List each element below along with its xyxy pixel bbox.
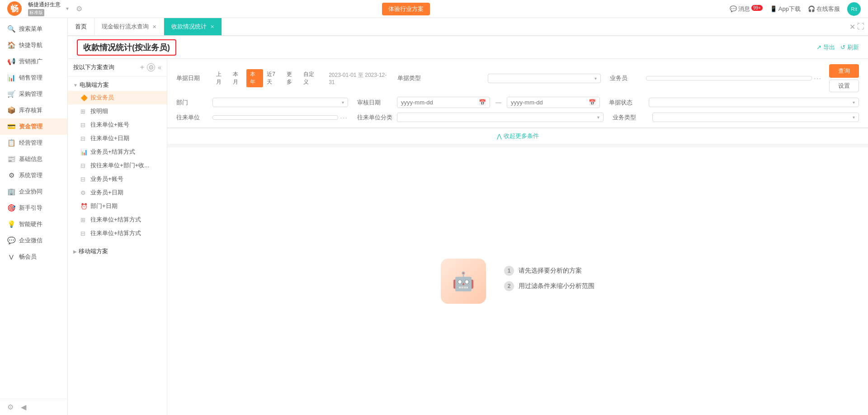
date-tab-lastmonth[interactable]: 上月	[212, 69, 229, 87]
refresh-icon: ↺	[840, 44, 845, 51]
page-title: 收款情况统计(按业务员)	[83, 43, 170, 52]
partner-settle1-icon: ⊞	[80, 217, 88, 223]
review-date-to[interactable]: 📅	[507, 97, 600, 108]
scheme-group-pc-header[interactable]: ▼ 电脑端方案	[68, 79, 167, 91]
empty-step-2: 2 用过滤条件来缩小分析范围	[504, 281, 594, 291]
calendar-icon-to: 📅	[589, 99, 596, 106]
export-button[interactable]: ↗ 导出	[816, 43, 835, 52]
empty-content: 🤖 1 请先选择要分析的方案 2 用过滤条件来缩小分析范围	[441, 259, 594, 304]
sidebar-item-finance[interactable]: 💳 资金管理	[0, 118, 67, 135]
sidebar-item-sales[interactable]: 📊 销售管理	[0, 70, 67, 86]
partner-settle2-icon: ⊟	[80, 230, 88, 237]
sidebar-item-basic[interactable]: 📰 基础信息	[0, 151, 67, 167]
sidebar-item-guide[interactable]: 🎯 新手引导	[0, 200, 67, 216]
tab-close-all-icon[interactable]: ✕	[849, 23, 855, 31]
scheme-item-bystaff[interactable]: 🔶 按业务员	[68, 91, 167, 104]
tab-collection[interactable]: 收款情况统计 ✕	[164, 18, 222, 35]
query-button[interactable]: 查询	[829, 64, 859, 78]
scheme-item-partner-settle1[interactable]: ⊞ 往来单位+结算方式	[68, 213, 167, 226]
sidebar-item-inventory[interactable]: 📦 库存核算	[0, 102, 67, 118]
top-bar-left: 畅 畅捷通好生意 标准版 ▾ ⚙	[7, 1, 82, 16]
marketing-icon: 📢	[7, 57, 15, 66]
tab-bank[interactable]: 现金银行流水查询 ✕	[94, 18, 164, 35]
scheme-item-bydept[interactable]: ⊞ 按明细	[68, 104, 167, 118]
scheme-group-mobile-header[interactable]: ▶ 移动端方案	[68, 245, 167, 257]
scheme-item-partner-date[interactable]: ⊟ 往来单位+日期	[68, 132, 167, 145]
review-date-area: 审核日期 📅 — 📅	[357, 97, 600, 108]
bystaff-icon: 🔶	[80, 94, 88, 101]
sidebar: 🔍 搜索菜单 🏠 快捷导航 📢 营销推广 📊 销售管理 🛒 采购管理 📦	[0, 18, 68, 415]
collapse-sidebar-icon[interactable]: ◀	[21, 403, 26, 411]
sidebar-item-enterprise[interactable]: 🏢 企业协同	[0, 184, 67, 200]
date-tab-last7[interactable]: 近7天	[263, 69, 283, 87]
top-bar-right: 💬 消息 99+ 📱 App下载 🎧 在线客服 Rit	[730, 2, 861, 16]
scheme-item-partner-dept[interactable]: ⊟ 按往来单位+部门+收...	[68, 159, 167, 172]
setting-button[interactable]: 设置	[829, 80, 859, 92]
doc-status-label: 单据状态	[609, 99, 645, 107]
page-header: 收款情况统计(按业务员) ↗ 导出 ↺ 刷新	[68, 36, 868, 59]
partner-category-area: 往来单位分类 ▾	[357, 113, 604, 122]
date-tab-more[interactable]: 更多	[283, 69, 300, 87]
sidebar-item-system[interactable]: ⚙ 系统管理	[0, 167, 67, 184]
sidebar-item-search[interactable]: 🔍 搜索菜单	[0, 21, 67, 37]
staff-more-btn[interactable]: ···	[814, 75, 822, 82]
sidebar-item-operation[interactable]: 📋 经营管理	[0, 135, 67, 151]
online-service[interactable]: 🎧 在线客服	[808, 5, 840, 13]
tab-collection-close[interactable]: ✕	[210, 24, 214, 30]
date-tab-custom[interactable]: 自定义	[300, 69, 321, 87]
setting-scheme-icon[interactable]: ⚙	[147, 63, 155, 71]
demo-button[interactable]: 体验行业方案	[382, 3, 430, 15]
sidebar-item-wechat[interactable]: 💬 企业微信	[0, 232, 67, 249]
doctype-select[interactable]: ▾	[488, 74, 601, 83]
collapse-bar[interactable]: ⋀ 收起更多条件	[167, 128, 868, 144]
scheme-item-dept-date[interactable]: ⏰ 部门+日期	[68, 199, 167, 213]
review-date-from[interactable]: 📅	[397, 97, 490, 108]
settings-icon[interactable]: ⚙	[76, 5, 82, 13]
notification-area[interactable]: 💬 消息 99+	[730, 5, 763, 13]
doc-status-select[interactable]: ▾	[649, 98, 859, 107]
partner-select[interactable]	[212, 115, 338, 120]
logo-text: 畅捷通好生意	[28, 1, 61, 8]
user-avatar[interactable]: Rit	[847, 2, 861, 16]
partner-category-select[interactable]: ▾	[397, 113, 604, 122]
sidebar-item-vip[interactable]: V 畅会员	[0, 249, 67, 265]
tab-bank-close[interactable]: ✕	[152, 24, 156, 30]
date-tab-thismonth[interactable]: 本月	[229, 69, 246, 87]
purchase-icon: 🛒	[7, 90, 15, 98]
staff-label-area: 业务员	[610, 74, 646, 82]
content-area: 按以下方案查询 + ⚙ «	[68, 59, 868, 415]
biz-type-arrow: ▾	[853, 115, 855, 120]
biz-type-select[interactable]: ▾	[652, 113, 859, 122]
date-tab-thisyear[interactable]: 本年	[246, 69, 263, 87]
staff-label: 业务员	[610, 74, 646, 82]
sidebar-item-quicknav[interactable]: 🏠 快捷导航	[0, 37, 67, 53]
system-icon: ⚙	[7, 171, 15, 179]
settings-bottom-icon[interactable]: ⚙	[7, 403, 14, 411]
partner-area: ···	[212, 114, 348, 121]
collapse-panel-icon[interactable]: «	[158, 64, 161, 71]
staff-select[interactable]	[646, 76, 812, 80]
dept-select[interactable]: ▾	[212, 98, 348, 107]
sidebar-item-purchase[interactable]: 🛒 采购管理	[0, 86, 67, 102]
scheme-item-staff-settle[interactable]: 📊 业务员+结算方式	[68, 145, 167, 159]
dropdown-icon[interactable]: ▾	[66, 5, 69, 12]
notification-badge: 99+	[751, 5, 763, 11]
scheme-item-partner-settle2[interactable]: ⊟ 往来单位+结算方式	[68, 226, 167, 240]
enterprise-icon: 🏢	[7, 188, 15, 196]
partner-category-arrow: ▾	[597, 115, 599, 120]
scheme-item-staff-account[interactable]: ⊟ 业务员+账号	[68, 172, 167, 186]
app-download[interactable]: 📱 App下载	[770, 5, 801, 13]
scheme-item-partner-account[interactable]: ⊟ 往来单位+账号	[68, 118, 167, 132]
sidebar-item-marketing[interactable]: 📢 营销推广	[0, 53, 67, 70]
sidebar-bottom: ⚙ ◀	[0, 399, 67, 415]
scheme-item-staff-date[interactable]: ⚙ 业务员+日期	[68, 186, 167, 199]
tab-home[interactable]: 首页	[68, 18, 94, 35]
filter-row-3: 往来单位 ··· 往来单位分类 ▾	[176, 113, 859, 122]
tab-expand-icon[interactable]: ⛶	[857, 23, 864, 31]
sidebar-item-hardware[interactable]: 💡 智能硬件	[0, 216, 67, 232]
refresh-button[interactable]: ↺ 刷新	[840, 43, 859, 52]
add-scheme-icon[interactable]: +	[140, 63, 144, 71]
hardware-icon: 💡	[7, 220, 15, 228]
page-actions: ↗ 导出 ↺ 刷新	[816, 43, 859, 52]
partner-more-btn[interactable]: ···	[340, 114, 348, 121]
